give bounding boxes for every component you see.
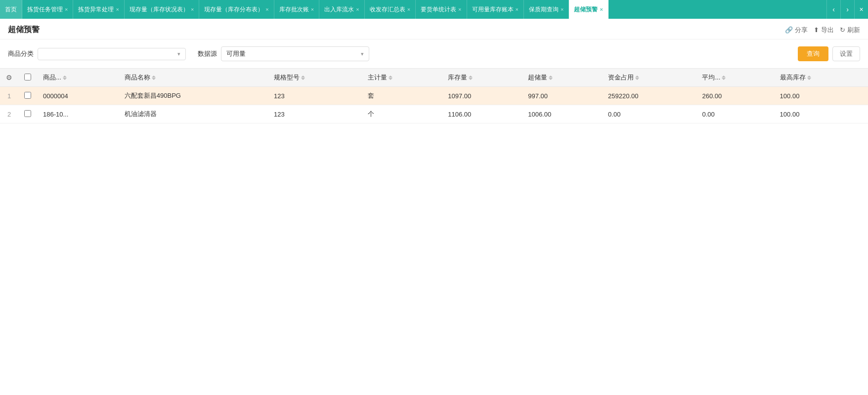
- avg: 0.00: [696, 105, 774, 123]
- page-title: 超储预警: [8, 25, 40, 35]
- table-row: 1 0000004 六配套新昌490BPG 123 套 1097.00 997.…: [0, 87, 868, 105]
- overstock: 997.00: [522, 87, 602, 105]
- close-icon[interactable]: ×: [561, 6, 564, 12]
- filter-actions: 查询 设置: [798, 46, 860, 61]
- capital: 0.00: [602, 105, 696, 123]
- page-content: 超储预警 🔗 分享 ⬆ 导出 ↻ 刷新 商品分类 ▾ 数据源: [0, 19, 868, 395]
- sort-icon: [63, 76, 67, 80]
- query-button[interactable]: 查询: [798, 46, 828, 61]
- datasource-label: 数据源: [198, 49, 217, 58]
- data-table: ⚙ 商品...: [0, 68, 868, 123]
- col-product-name[interactable]: 商品名称: [119, 69, 268, 87]
- refresh-icon: ↻: [840, 26, 845, 34]
- datasource-select-value: 可用量: [226, 49, 246, 58]
- product-name: 六配套新昌490BPG: [119, 87, 268, 105]
- nav-tab-task-mgmt[interactable]: 拣货任务管理 ×: [22, 0, 73, 19]
- nav-next-button[interactable]: ›: [840, 0, 854, 19]
- nav-tab-overstock[interactable]: 超储预警 ×: [569, 0, 608, 19]
- close-icon[interactable]: ×: [265, 6, 268, 12]
- max-stock: 100.00: [774, 105, 868, 123]
- unit: 个: [362, 105, 442, 123]
- col-stock[interactable]: 库存量: [442, 69, 522, 87]
- product-code: 186-10...: [37, 105, 119, 123]
- spec: 123: [268, 87, 362, 105]
- header-actions: 🔗 分享 ⬆ 导出 ↻ 刷新: [785, 26, 860, 35]
- close-icon[interactable]: ×: [356, 6, 359, 12]
- col-unit[interactable]: 主计量: [362, 69, 442, 87]
- nav-tab-stock-status[interactable]: 现存量（库存状况表） ×: [125, 0, 199, 19]
- nav-tab-requisition[interactable]: 要货单统计表 ×: [416, 0, 467, 19]
- close-icon[interactable]: ×: [600, 6, 603, 12]
- nav-arrows: ‹ › ×: [826, 0, 868, 19]
- row-checkbox[interactable]: [24, 110, 31, 117]
- col-spec[interactable]: 规格型号: [268, 69, 362, 87]
- close-icon[interactable]: ×: [516, 6, 519, 12]
- row-checkbox[interactable]: [24, 92, 31, 99]
- sort-icon: [807, 76, 811, 80]
- sort-icon: [722, 76, 726, 80]
- datasource-select[interactable]: 可用量 ▾: [221, 46, 369, 61]
- close-icon[interactable]: ×: [311, 6, 314, 12]
- export-button[interactable]: ⬆ 导出: [814, 26, 834, 35]
- max-stock: 100.00: [774, 87, 868, 105]
- stock: 1097.00: [442, 87, 522, 105]
- nav-tab-home[interactable]: 首页: [0, 0, 22, 19]
- avg: 260.00: [696, 87, 774, 105]
- sort-icon: [549, 76, 553, 80]
- chevron-down-icon: ▾: [177, 51, 180, 57]
- unit: 套: [362, 87, 442, 105]
- datasource-filter-group: 数据源 可用量 ▾: [198, 46, 369, 61]
- select-all-checkbox[interactable]: [24, 74, 31, 80]
- nav-close-button[interactable]: ×: [854, 0, 868, 19]
- row-checkbox-cell: [18, 105, 37, 123]
- product-name: 机油滤清器: [119, 105, 268, 123]
- table-wrapper: ⚙ 商品...: [0, 68, 868, 123]
- close-icon[interactable]: ×: [458, 6, 461, 12]
- category-label: 商品分类: [8, 49, 34, 58]
- product-code: 0000004: [37, 87, 119, 105]
- close-icon[interactable]: ×: [407, 6, 410, 12]
- nav-tab-inout-flow[interactable]: 出入库流水 ×: [319, 0, 364, 19]
- col-overstock[interactable]: 超储量: [522, 69, 602, 87]
- row-checkbox-cell: [18, 87, 37, 105]
- nav-tab-exception[interactable]: 拣货异常处理 ×: [73, 0, 124, 19]
- nav-tab-summary[interactable]: 收发存汇总表 ×: [365, 0, 416, 19]
- nav-tab-stock-dist[interactable]: 现存量（库存分布表） ×: [199, 0, 274, 19]
- share-button[interactable]: 🔗 分享: [785, 26, 808, 35]
- row-num: 1: [0, 87, 18, 105]
- share-icon: 🔗: [785, 26, 793, 34]
- capital: 259220.00: [602, 87, 696, 105]
- col-max-stock[interactable]: 最高库存: [774, 69, 868, 87]
- nav-prev-button[interactable]: ‹: [826, 0, 840, 19]
- spec: 123: [268, 105, 362, 123]
- col-settings: ⚙: [0, 69, 18, 87]
- category-filter-group: 商品分类 ▾: [8, 48, 186, 60]
- filters-row: 商品分类 ▾ 数据源 可用量 ▾ 查询 设置: [0, 40, 868, 68]
- stock: 1106.00: [442, 105, 522, 123]
- col-checkbox: [18, 69, 37, 87]
- close-icon[interactable]: ×: [65, 6, 68, 12]
- col-product-code[interactable]: 商品...: [37, 69, 119, 87]
- table-row: 2 186-10... 机油滤清器 123 个 1106.00 1006.00 …: [0, 105, 868, 123]
- sort-icon: [152, 76, 156, 80]
- sort-icon: [301, 76, 305, 80]
- nav-tab-batch[interactable]: 库存批次账 ×: [274, 0, 319, 19]
- category-select[interactable]: ▾: [38, 48, 186, 60]
- sort-icon: [389, 76, 392, 80]
- gear-icon[interactable]: ⚙: [6, 74, 12, 81]
- col-avg[interactable]: 平均...: [696, 69, 774, 87]
- refresh-button[interactable]: ↻ 刷新: [840, 26, 860, 35]
- close-icon[interactable]: ×: [116, 6, 119, 12]
- table-header-row: ⚙ 商品...: [0, 69, 868, 87]
- settings-button[interactable]: 设置: [832, 46, 860, 61]
- chevron-down-icon: ▾: [361, 51, 364, 57]
- export-icon: ⬆: [814, 26, 819, 34]
- nav-tab-quality[interactable]: 保质期查询 ×: [524, 0, 569, 19]
- overstock: 1006.00: [522, 105, 602, 123]
- col-capital[interactable]: 资金占用: [602, 69, 696, 87]
- nav-tab-available[interactable]: 可用量库存账本 ×: [467, 0, 524, 19]
- top-nav: 首页 拣货任务管理 × 拣货异常处理 × 现存量（库存状况表） × 现存量（库存…: [0, 0, 868, 19]
- page-header: 超储预警 🔗 分享 ⬆ 导出 ↻ 刷新: [0, 19, 868, 40]
- sort-icon: [469, 76, 473, 80]
- close-icon[interactable]: ×: [191, 6, 194, 12]
